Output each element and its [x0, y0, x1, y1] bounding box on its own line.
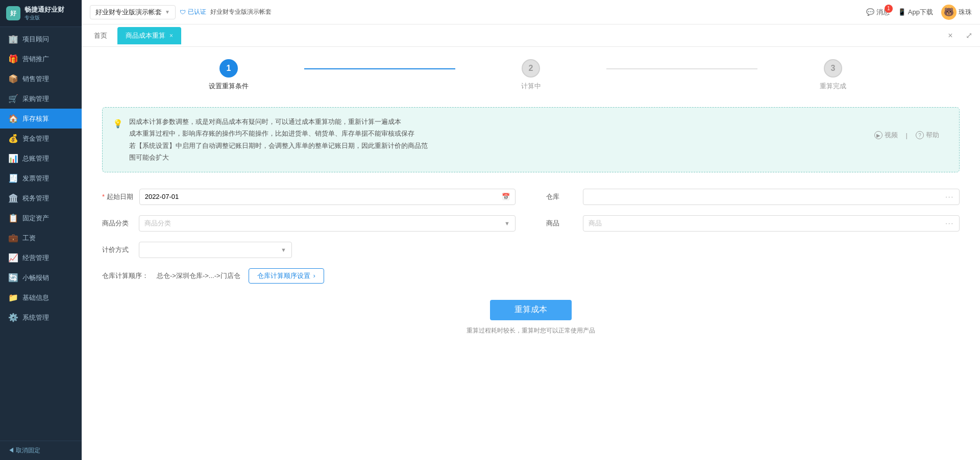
step-1: 1设置重算条件 [153, 59, 304, 91]
start-date-field[interactable] [145, 193, 498, 200]
sidebar-item-label: 销售管理 [22, 74, 49, 84]
calendar-icon[interactable]: 📅 [502, 193, 510, 200]
account-selector-text: 好业财专业版演示帐套 [95, 8, 162, 17]
app-download-button[interactable]: 📱 App下载 [898, 8, 933, 17]
app-edition: 专业版 [24, 14, 64, 21]
message-badge: 1 [885, 5, 893, 13]
sidebar-item-label: 系统管理 [22, 313, 49, 322]
sidebar-header: 好 畅捷通好业财 专业版 [0, 0, 82, 27]
sidebar-item-label: 发票管理 [22, 174, 49, 183]
sidebar-item-base[interactable]: 📁基础信息 [0, 288, 82, 308]
sidebar-item-accounting[interactable]: 📊总账管理 [0, 148, 82, 168]
content-wrapper: ▶ 视频 | ? 帮助 1设置重算条件2计算中3重算完成 💡 因成本计算参数调整… [102, 59, 960, 335]
app-title-group: 畅捷通好业财 专业版 [24, 5, 64, 21]
step-circle-2: 2 [522, 59, 540, 78]
sidebar-item-expense[interactable]: 🔄小畅报销 [0, 268, 82, 288]
separator: | [906, 132, 908, 139]
message-icon: 💬 [866, 8, 874, 16]
helper-box: 💡 因成本计算参数调整，或是对商品成本有疑问时，可以通过成本重算功能，重新计算一… [102, 107, 960, 172]
warehouse-order-value: 总仓->深圳仓库->...->门店仓 [157, 271, 240, 280]
sidebar-item-project[interactable]: 🏢项目顾问 [0, 29, 82, 49]
sidebar-item-purchase[interactable]: 🛒采购管理 [0, 89, 82, 109]
step-label-2: 计算中 [521, 82, 541, 91]
warehouse-label: 仓库 [546, 192, 577, 201]
sidebar-item-inventory[interactable]: 🏠库存核算 [0, 109, 82, 129]
sidebar-item-label: 营销推广 [22, 55, 49, 64]
nav-icon-base: 📁 [8, 293, 17, 302]
verified-text: 已认证 [188, 8, 206, 16]
app-logo: 好 [6, 6, 20, 20]
question-icon: ? [916, 131, 924, 139]
recalc-button[interactable]: 重算成本 [490, 300, 572, 320]
nav-icon-marketing: 🎁 [8, 54, 17, 64]
nav-icon-expense: 🔄 [8, 273, 17, 283]
user-profile[interactable]: 🐻 珠珠 [941, 5, 972, 20]
sidebar-item-label: 固定资产 [22, 214, 49, 223]
tab-actions: × ⤢ [943, 29, 976, 43]
sidebar-item-invoice[interactable]: 🧾发票管理 [0, 168, 82, 188]
shield-icon: 🛡 [180, 9, 186, 16]
sidebar-item-finance[interactable]: 💰资金管理 [0, 129, 82, 148]
pricing-label: 计价方式 [102, 245, 133, 254]
category-select[interactable]: 商品分类 ▼ [139, 215, 516, 232]
nav-icon-purchase: 🛒 [8, 94, 17, 104]
tab-cost-recalc[interactable]: 商品成本重算 × [117, 27, 181, 44]
step-circle-3: 3 [824, 59, 842, 78]
play-icon: ▶ [874, 131, 883, 139]
content-area: ▶ 视频 | ? 帮助 1设置重算条件2计算中3重算完成 💡 因成本计算参数调整… [82, 47, 980, 460]
sidebar-item-marketing[interactable]: 🎁营销推广 [0, 49, 82, 69]
phone-icon: 📱 [898, 8, 906, 16]
helper-line-4: 围可能会扩大 [129, 151, 428, 163]
action-section: 重算成本 重算过程耗时较长，重算时您可以正常使用产品 [102, 300, 960, 335]
expand-window-button[interactable]: ⤢ [962, 29, 976, 43]
product-input[interactable]: 商品 ··· [583, 215, 960, 232]
help-label: 帮助 [926, 131, 939, 140]
step-3: 3重算完成 [757, 59, 909, 91]
close-icon: × [948, 31, 952, 40]
sidebar-item-operations[interactable]: 📈经营管理 [0, 248, 82, 268]
ellipsis-icon: ··· [945, 219, 954, 227]
step-connector-1 [304, 68, 455, 69]
helper-line-2: 成本重算过程中，影响库存账的操作均不能操作，比如进货单、销货单、库存单据不能审核… [129, 127, 428, 139]
nav-icon-sales: 📦 [8, 74, 17, 84]
chevron-down-icon: ▼ [281, 247, 286, 253]
step-label-3: 重算完成 [820, 82, 846, 91]
warehouse-input[interactable]: ··· [583, 189, 960, 205]
tab-home-label: 首页 [94, 31, 107, 40]
sidebar-item-assets[interactable]: 📋固定资产 [0, 208, 82, 228]
start-date-label: 起始日期 [102, 192, 133, 201]
form-grid: 起始日期 📅 仓库 ··· 商品分类 商品 [102, 189, 960, 232]
chevron-down-icon: ▼ [165, 9, 170, 15]
step-label-1: 设置重算条件 [209, 82, 249, 91]
sidebar-item-salary[interactable]: 💼工资 [0, 228, 82, 248]
nav-icon-system: ⚙️ [8, 313, 17, 322]
start-date-input[interactable]: 📅 [139, 189, 516, 205]
sidebar-item-tax[interactable]: 🏛️税务管理 [0, 188, 82, 208]
sidebar-item-label: 项目顾问 [22, 35, 49, 44]
help-link[interactable]: ? 帮助 [916, 131, 939, 140]
nav-icon-project: 🏢 [8, 34, 17, 44]
helper-line-1: 因成本计算参数调整，或是对商品成本有疑问时，可以通过成本重算功能，重新计算一遍成… [129, 116, 428, 127]
step-2: 2计算中 [455, 59, 606, 91]
message-button[interactable]: 💬 消息 1 [866, 8, 890, 17]
close-window-button[interactable]: × [943, 29, 958, 43]
video-label: 视频 [885, 131, 898, 140]
help-links: ▶ 视频 | ? 帮助 [874, 131, 939, 140]
tab-close-icon[interactable]: × [169, 32, 173, 39]
account-selector[interactable]: 好业财专业版演示帐套 ▼ [90, 5, 176, 19]
sidebar-item-sales[interactable]: 📦销售管理 [0, 69, 82, 89]
step-connector-2 [606, 68, 757, 69]
category-label: 商品分类 [102, 219, 133, 228]
product-placeholder: 商品 [589, 219, 945, 228]
video-link[interactable]: ▶ 视频 [874, 131, 898, 140]
sidebar-item-system[interactable]: ⚙️系统管理 [0, 308, 82, 327]
topbar-right: 💬 消息 1 📱 App下载 🐻 珠珠 [866, 5, 972, 20]
tab-home[interactable]: 首页 [86, 27, 115, 44]
main-area: 好业财专业版演示帐套 ▼ 🛡 已认证 好业财专业版演示帐套 💬 消息 1 📱 A… [82, 0, 980, 460]
nav-icon-accounting: 📊 [8, 154, 17, 163]
category-row: 商品分类 商品分类 ▼ [102, 215, 516, 232]
sidebar-footer-unpin[interactable]: ◀ 取消固定 [0, 441, 82, 460]
sidebar: 好 畅捷通好业财 专业版 🏢项目顾问🎁营销推广📦销售管理🛒采购管理🏠库存核算💰资… [0, 0, 82, 460]
pricing-select[interactable]: ▼ [139, 242, 292, 258]
warehouse-order-settings-button[interactable]: 仓库计算顺序设置 › [249, 268, 324, 284]
